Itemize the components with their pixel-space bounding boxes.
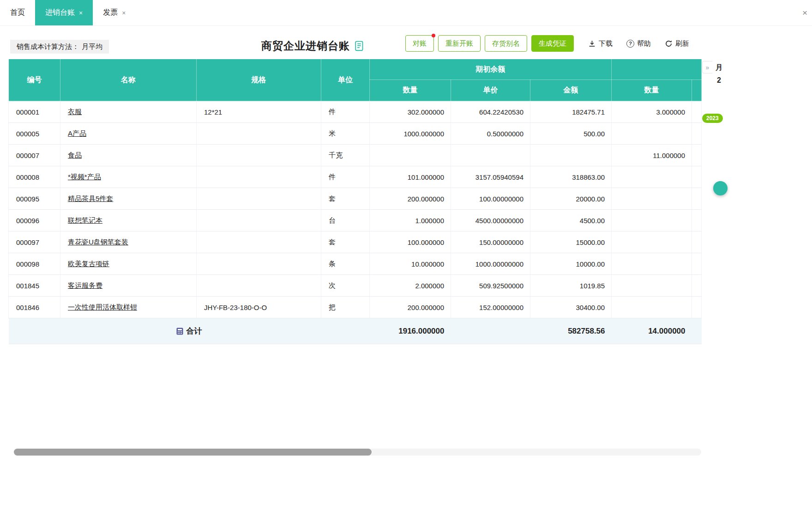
cell-period-qty [612, 275, 692, 297]
notification-dot [432, 34, 435, 37]
cell-opening-amount: 10000.00 [530, 253, 612, 275]
cell-unit: 套 [321, 188, 370, 210]
horizontal-scrollbar-thumb[interactable] [14, 449, 372, 456]
tabbar-close-icon[interactable]: × [802, 0, 807, 26]
cell-spec: JHY-FB-23-180-O-O [197, 297, 321, 318]
table-row: 001846 一次性使用活体取样钳 JHY-FB-23-180-O-O 把 20… [9, 297, 702, 318]
tab-purchase-sale-ledger[interactable]: 进销台账 × [35, 0, 93, 25]
toolbar-actions: 对账 重新开账 存货别名 生成凭证 下载 ? 帮助 [405, 35, 689, 52]
group-header-opening-balance: 期初余额 [370, 59, 612, 80]
download-icon [588, 40, 596, 48]
item-name-link[interactable]: 一次性使用活体取样钳 [68, 303, 137, 311]
cell-opening-price: 4500.00000000 [451, 210, 530, 231]
panel-collapse-handle[interactable]: » [702, 61, 712, 73]
cell-opening-amount: 15000.00 [530, 231, 612, 253]
table-row: 000097 青花瓷U盘钢笔套装 套 100.000000 150.000000… [9, 231, 702, 253]
cell-opening-qty [370, 145, 451, 166]
tab-close-icon[interactable]: × [79, 10, 83, 16]
refresh-icon [665, 40, 673, 48]
cell-period-qty: 3.000000 [612, 101, 692, 123]
tab-home[interactable]: 首页 [0, 0, 35, 25]
tab-bar: 首页 进销台账 × 发票 × × [0, 0, 812, 26]
cell-partial [692, 123, 702, 145]
cell-code: 000008 [9, 166, 60, 188]
total-period-qty: 14.000000 [612, 318, 692, 344]
col-header-spec: 规格 [197, 59, 321, 101]
cell-opening-amount: 20000.00 [530, 188, 612, 210]
table-row: 000096 联想笔记本 台 1.000000 4500.00000000 45… [9, 210, 702, 231]
refresh-button[interactable]: 刷新 [665, 39, 689, 48]
cell-partial [692, 188, 702, 210]
table-row: 000095 精品茶具5件套 套 200.000000 100.00000000… [9, 188, 702, 210]
cell-period-qty: 11.000000 [612, 145, 692, 166]
reconcile-label: 对账 [413, 39, 427, 48]
side-month-text: 月 [716, 63, 722, 72]
table-body: 000001 衣服 12*21 件 302.000000 604.2242053… [9, 101, 702, 318]
cell-spec [197, 188, 321, 210]
horizontal-scrollbar-track [14, 449, 701, 456]
col-header-code: 编号 [9, 59, 60, 101]
cell-unit: 米 [321, 123, 370, 145]
cost-method-value: 月平均 [82, 43, 102, 51]
cell-partial [692, 166, 702, 188]
cell-opening-qty: 1000.000000 [370, 123, 451, 145]
inventory-alias-label: 存货别名 [492, 39, 520, 48]
item-name-link[interactable]: 食品 [68, 151, 82, 159]
cost-method-chip: 销售成本计算方法： 月平均 [10, 40, 109, 54]
help-label: 帮助 [637, 39, 651, 48]
floating-action-button[interactable] [713, 181, 728, 195]
item-name-link[interactable]: 客运服务费 [68, 281, 102, 289]
inventory-alias-button[interactable]: 存货别名 [485, 35, 527, 52]
col-header-partial [692, 80, 702, 101]
download-button[interactable]: 下载 [588, 39, 613, 48]
cell-unit: 千克 [321, 145, 370, 166]
cell-code: 000001 [9, 101, 60, 123]
table-row: 000008 *视频*产品 件 101.000000 3157.05940594… [9, 166, 702, 188]
download-label: 下载 [599, 39, 613, 48]
reconcile-button[interactable]: 对账 [405, 35, 434, 52]
group-header-next-period [612, 59, 702, 80]
item-name-link[interactable]: 欧美复古项链 [68, 260, 109, 268]
item-name-link[interactable]: A产品 [68, 129, 86, 137]
cell-unit: 次 [321, 275, 370, 297]
item-name-link[interactable]: 精品茶具5件套 [68, 195, 113, 202]
item-name-link[interactable]: 联想笔记本 [68, 216, 102, 224]
cell-name: 食品 [60, 145, 197, 166]
reopen-books-button[interactable]: 重新开账 [438, 35, 481, 52]
cell-opening-qty: 200.000000 [370, 188, 451, 210]
cell-unit: 条 [321, 253, 370, 275]
document-icon[interactable] [355, 41, 365, 52]
tab-invoice[interactable]: 发票 × [93, 0, 136, 25]
cell-name: 欧美复古项链 [60, 253, 197, 275]
cell-partial [692, 101, 702, 123]
cell-opening-qty: 200.000000 [370, 297, 451, 318]
item-name-link[interactable]: 衣服 [68, 108, 82, 116]
item-name-link[interactable]: *视频*产品 [68, 173, 101, 181]
cell-opening-qty: 302.000000 [370, 101, 451, 123]
cell-spec [197, 253, 321, 275]
cell-partial [692, 253, 702, 275]
cell-period-qty [612, 231, 692, 253]
cell-period-qty [612, 210, 692, 231]
cell-spec [197, 275, 321, 297]
cell-unit: 件 [321, 166, 370, 188]
total-opening-qty: 1916.000000 [370, 318, 451, 344]
help-button[interactable]: ? 帮助 [626, 39, 651, 48]
cell-spec [197, 123, 321, 145]
table-row: 000098 欧美复古项链 条 10.000000 1000.00000000 … [9, 253, 702, 275]
calculator-icon [176, 328, 183, 335]
tab-close-icon[interactable]: × [122, 10, 126, 16]
generate-voucher-button[interactable]: 生成凭证 [531, 35, 574, 52]
cell-code: 000095 [9, 188, 60, 210]
item-name-link[interactable]: 青花瓷U盘钢笔套装 [68, 238, 128, 246]
year-badge[interactable]: 2023 [702, 114, 723, 123]
cell-opening-price: 152.00000000 [451, 297, 530, 318]
cell-code: 000007 [9, 145, 60, 166]
cell-code: 000098 [9, 253, 60, 275]
cell-opening-price: 100.00000000 [451, 188, 530, 210]
cell-opening-price: 509.92500000 [451, 275, 530, 297]
reopen-label: 重新开账 [445, 39, 473, 48]
cell-code: 001846 [9, 297, 60, 318]
cell-name: *视频*产品 [60, 166, 197, 188]
cell-code: 000097 [9, 231, 60, 253]
